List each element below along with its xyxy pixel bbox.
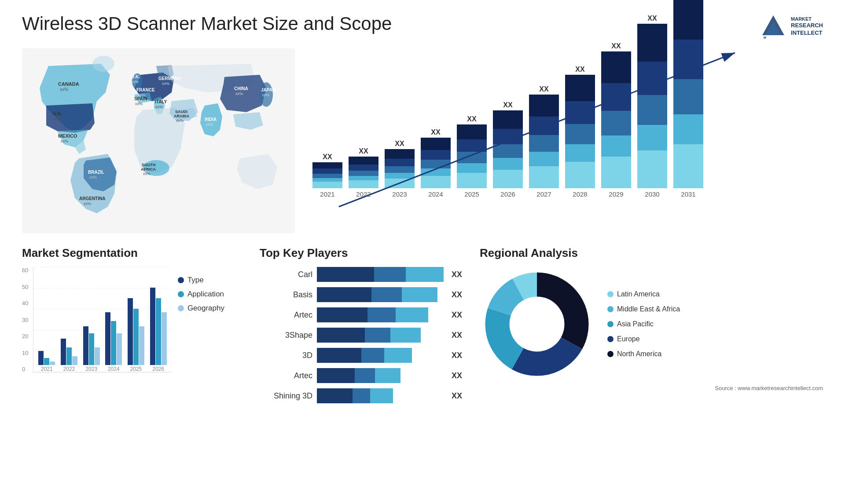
player-name-shining3d: Shining 3D [260,391,312,401]
segmentation-content: 60 50 40 30 20 10 0 [22,267,242,390]
brazil-label: BRAZIL [88,170,104,175]
regional-legend: Latin America Middle East & Africa Asia … [607,290,680,358]
bar-2025: XX 2025 [457,115,487,198]
player-name-3d: 3D [260,351,312,360]
south-africa-label: SOUTH [142,163,156,167]
player-basis: Basis XX [260,287,462,302]
svg-text:xx%: xx% [131,80,139,84]
player-3d: 3D XX [260,348,462,363]
players-title: Top Key Players [260,246,462,260]
canada-label: CANADA [58,81,79,87]
uk-label: U.K. [131,74,140,79]
player-name-basis: Basis [260,290,312,299]
player-name-artec2: Artec [260,371,312,380]
latin-america-dot [607,291,614,297]
svg-text:xx%: xx% [61,139,68,143]
segmentation-panel: Market Segmentation 60 50 40 30 20 10 0 [22,246,251,409]
asia-pacific-dot [607,321,614,327]
player-name-carl: Carl [260,270,312,279]
svg-text:xx%: xx% [235,91,243,96]
players-panel: Top Key Players Carl XX Basis [251,246,471,409]
bar-2030: XX 2030 [637,15,667,198]
logo-icon: M [760,13,786,40]
bar-2029: XX 2029 [601,42,631,198]
top-section: CANADA xx% U.S. xx% MEXICO xx% BRAZIL xx… [22,48,823,233]
svg-text:xx%: xx% [135,102,143,106]
bar-chart-inner: XX 2021 XX [304,48,823,215]
donut-chart [480,267,594,381]
page-title: Wireless 3D Scanner Market Size and Scop… [22,13,392,34]
india-label: INDIA [205,117,217,122]
svg-text:xx%: xx% [206,122,213,127]
segmentation-chart: 60 50 40 30 20 10 0 [22,267,172,390]
bar-2031: XX 2031 [673,0,703,198]
bar-2021: XX 2021 [312,153,342,198]
app-legend-label: Application [187,290,224,299]
player-carl: Carl XX [260,267,462,282]
latin-america-label: Latin America [617,290,660,298]
map-svg: CANADA xx% U.S. xx% MEXICO xx% BRAZIL xx… [22,48,295,233]
player-val-basis: XX [452,290,462,299]
regional-title: Regional Analysis [480,246,823,260]
svg-point-31 [511,298,563,351]
player-artec2: Artec XX [260,368,462,383]
player-val-3d: XX [452,351,462,360]
player-3shape: 3Shape XX [260,328,462,343]
us-label: U.S. [53,111,62,116]
bar-2026: XX 2026 [493,101,523,198]
svg-point-4 [92,56,114,72]
player-shining3d: Shining 3D XX [260,388,462,403]
bar-2023: XX 2023 [385,140,415,198]
regional-panel: Regional Analysis [471,246,823,409]
svg-text:xx%: xx% [162,81,169,86]
svg-text:xx%: xx% [53,116,61,121]
europe-dot [607,336,614,342]
bar-2027: XX 2027 [529,85,559,198]
svg-text:xx%: xx% [155,105,163,109]
geo-legend-dot [178,305,184,311]
donut-svg [480,267,594,381]
logo: M MARKET RESEARCH INTELLECT [760,13,823,40]
bar-2022: XX 2022 [349,147,378,198]
argentina-label: ARGENTINA [79,196,105,201]
north-america-dot [607,351,614,357]
page: Wireless 3D Scanner Market Size and Scop… [0,0,845,504]
germany-label: GERMANY [158,76,181,81]
bar-2024: XX 2024 [421,128,451,198]
saudi-label: SAUDI [175,110,187,114]
asia-pacific-label: Asia Pacific [617,320,654,328]
bar-chart: XX 2021 XX [304,48,823,233]
svg-text:M: M [764,36,766,39]
china-label: CHINA [234,86,248,91]
mea-label: Middle East & Africa [617,305,680,313]
svg-text:AFRICA: AFRICA [141,167,156,172]
segmentation-title: Market Segmentation [22,246,242,260]
svg-text:xx%: xx% [84,201,91,206]
france-label: FRANCE [136,88,155,92]
type-legend-dot [178,277,184,283]
player-name-3shape: 3Shape [260,331,312,340]
app-legend-dot [178,291,184,297]
seg-legend: Type Application Geography [178,276,224,313]
bottom-section: Market Segmentation 60 50 40 30 20 10 0 [22,246,823,409]
player-val-carl: XX [452,270,462,279]
italy-label: ITALY [155,99,167,104]
geo-legend-label: Geography [187,304,224,313]
player-val-3shape: XX [452,331,462,340]
bar-val-2021: XX [323,153,332,161]
logo-text: MARKET RESEARCH INTELLECT [791,16,823,37]
player-artec1: Artec XX [260,307,462,322]
bar-year-2021: 2021 [320,190,334,198]
svg-text:xx%: xx% [89,175,97,179]
player-val-artec2: XX [452,371,462,380]
north-america-label: North America [617,350,661,358]
spain-label: SPAIN [134,96,147,101]
canada-pct: xx% [60,87,68,92]
player-name-artec1: Artec [260,310,312,320]
source-text: Source : www.marketresearchintellect.com [480,385,823,391]
player-val-artec1: XX [452,310,462,320]
svg-text:xx%: xx% [262,93,269,97]
type-legend-label: Type [187,276,204,285]
world-map: CANADA xx% U.S. xx% MEXICO xx% BRAZIL xx… [22,48,295,233]
mexico-label: MEXICO [58,133,77,139]
